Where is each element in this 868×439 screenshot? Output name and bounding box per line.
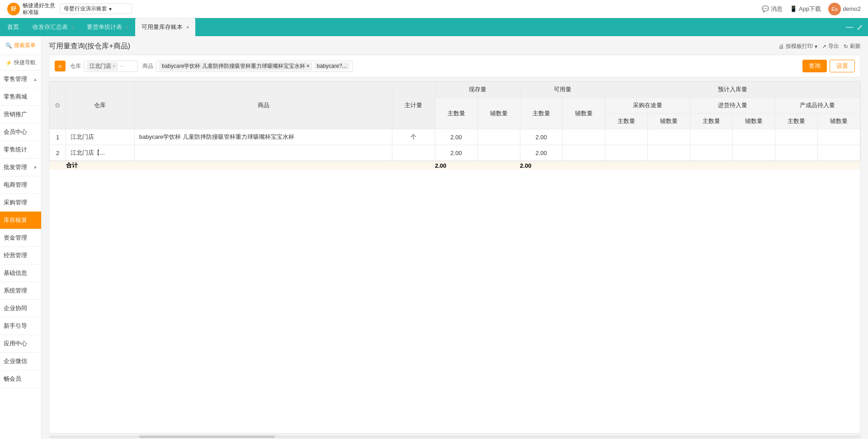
scroll-thumb[interactable] bbox=[139, 435, 275, 438]
footer-production-main bbox=[775, 161, 817, 170]
chevron-down-icon: ▾ bbox=[815, 43, 817, 50]
filter-more-dots[interactable]: ··· bbox=[120, 63, 124, 69]
sidebar-item-app-center[interactable]: 应用中心 bbox=[0, 335, 41, 353]
sidebar-item-retail-stats[interactable]: 零售统计 bbox=[0, 141, 41, 159]
content-area: 可用量查询(按仓库+商品) 🖨 按模板打印 ▾ ↗ 导出 ↻ 刷新 » bbox=[42, 36, 868, 439]
row-2-purchase-main bbox=[605, 145, 647, 161]
warehouse-label: 仓库 bbox=[70, 62, 81, 70]
footer-label: 合计 bbox=[66, 161, 435, 170]
warehouse-tag-close[interactable]: × bbox=[113, 64, 115, 69]
table-header-row-1: ⚙ 仓库 商品 主计量 现存量 可用量 预计入库量 bbox=[50, 82, 860, 98]
sidebar-item-finance[interactable]: 资金管理 bbox=[0, 229, 41, 247]
sidebar-item-ecommerce-mgmt[interactable]: 电商管理 bbox=[0, 176, 41, 194]
row-1-inbound-aux bbox=[732, 129, 775, 145]
scroll-indicator bbox=[42, 434, 868, 439]
sidebar-item-enterprise-collab[interactable]: 企业协同 bbox=[0, 300, 41, 317]
th-inbound-aux: 辅数量 bbox=[732, 113, 775, 129]
footer-purchase-main bbox=[605, 161, 647, 170]
tab-yaohuo[interactable]: 要货单统计表 × bbox=[80, 18, 135, 36]
sidebar-item-wechat-biz[interactable]: 企业微信 bbox=[0, 353, 41, 370]
product-tag-1-close[interactable]: × bbox=[307, 63, 310, 69]
sidebar-item-marketing[interactable]: 营销推广 bbox=[0, 106, 41, 123]
th-production-main: 主数量 bbox=[775, 113, 817, 129]
quick-nav-btn[interactable]: ⚡ 快捷导航 bbox=[0, 55, 41, 71]
app-download-btn[interactable]: 📱 App下载 bbox=[790, 5, 821, 13]
th-stock-aux: 辅数量 bbox=[477, 98, 520, 129]
top-bar: 好 畅捷通好生意 标准版 母婴行业演示账套 ▾ 💬 消息 📱 App下载 Ea … bbox=[0, 0, 868, 18]
product-tag-container[interactable]: babycare学饮杯 儿童防摔防撞吸管杯重力球吸嘴杯宝宝水杯 × babyca… bbox=[156, 61, 353, 72]
th-settings[interactable]: ⚙ bbox=[50, 82, 66, 129]
row-2-index: 2 bbox=[50, 145, 66, 161]
th-stock-main: 主数量 bbox=[435, 98, 477, 129]
sidebar: 🔍 搜索菜单 ⚡ 快捷导航 零售管理 ▲ 零售商城 营销推广 会员中心 零售统计… bbox=[0, 36, 42, 439]
row-2-unit bbox=[392, 145, 435, 161]
footer-empty-1 bbox=[50, 161, 66, 170]
template-print-btn[interactable]: 🖨 按模板打印 ▾ bbox=[778, 42, 817, 50]
sidebar-item-retail-mall[interactable]: 零售商城 bbox=[0, 88, 41, 106]
minus-icon[interactable]: — bbox=[846, 23, 853, 31]
th-avail-aux: 辅数量 bbox=[562, 98, 605, 129]
sidebar-item-basic-info[interactable]: 基础信息 bbox=[0, 264, 41, 282]
row-1-purchase-main bbox=[605, 129, 647, 145]
footer-stock-aux bbox=[477, 161, 520, 170]
row-2-avail-main: 2.00 bbox=[520, 145, 562, 161]
sidebar-item-inventory[interactable]: 库存核算 bbox=[0, 212, 41, 229]
tab-close-1[interactable]: × bbox=[71, 24, 74, 30]
row-1-production-aux bbox=[817, 129, 860, 145]
tab-bar: 首页 收发存汇总表 × 要货单统计表 × 可用量库存账本 × — ⤢ bbox=[0, 18, 868, 36]
table-row: 1 江北门店 babycare学饮杯 儿童防摔防撞吸管杯重力球吸嘴杯宝宝水杯 个… bbox=[50, 129, 860, 145]
row-1-inbound-main bbox=[690, 129, 732, 145]
footer-avail-aux bbox=[562, 161, 605, 170]
gear-icon[interactable]: ⚙ bbox=[55, 102, 61, 109]
main-layout: 🔍 搜索菜单 ⚡ 快捷导航 零售管理 ▲ 零售商城 营销推广 会员中心 零售统计… bbox=[0, 36, 868, 439]
row-2-stock-aux bbox=[477, 145, 520, 161]
tab-shoufa[interactable]: 收发存汇总表 × bbox=[26, 18, 80, 36]
expand-icon[interactable]: ⤢ bbox=[857, 23, 863, 32]
th-inbound-pending: 进货待入量 bbox=[690, 98, 775, 113]
store-selector[interactable]: 母婴行业演示账套 ▾ bbox=[60, 4, 132, 14]
sidebar-item-retail-mgmt[interactable]: 零售管理 ▲ bbox=[0, 71, 41, 88]
tab-actions: — ⤢ bbox=[840, 23, 868, 32]
product-tag-2: babycare?... bbox=[314, 62, 349, 70]
query-btn[interactable]: 查询 bbox=[802, 60, 827, 72]
table-wrapper: ⚙ 仓库 商品 主计量 现存量 可用量 预计入库量 主数量 辅数量 主数量 辅数… bbox=[49, 81, 861, 434]
th-unit: 主计量 bbox=[392, 82, 435, 129]
sidebar-item-operations[interactable]: 经营管理 bbox=[0, 247, 41, 264]
refresh-btn[interactable]: ↻ 刷新 bbox=[844, 42, 861, 50]
filter-expand-btn[interactable]: » bbox=[55, 61, 66, 71]
sidebar-item-member-center[interactable]: 会员中心 bbox=[0, 123, 41, 141]
sidebar-item-system-mgmt[interactable]: 系统管理 bbox=[0, 282, 41, 300]
mobile-icon: 📱 bbox=[790, 5, 797, 12]
tab-keyongliang[interactable]: 可用量库存账本 × bbox=[135, 18, 195, 36]
sidebar-search-area: 🔍 搜索菜单 bbox=[0, 36, 41, 55]
row-2-avail-aux bbox=[562, 145, 605, 161]
export-btn[interactable]: ↗ 导出 bbox=[822, 42, 839, 50]
logo-text: 畅捷通好生意 标准版 bbox=[23, 2, 55, 15]
footer-avail-main: 2.00 bbox=[520, 161, 562, 170]
footer-inbound-main bbox=[690, 161, 732, 170]
scroll-track[interactable] bbox=[49, 435, 861, 438]
th-stock: 现存量 bbox=[435, 82, 520, 98]
th-purchase-aux: 辅数量 bbox=[647, 113, 690, 129]
sidebar-item-member-vip[interactable]: 畅会员 bbox=[0, 370, 41, 388]
warehouse-tag-container[interactable]: 江北门店 × ··· bbox=[84, 61, 138, 72]
user-profile-btn[interactable]: Ea demo2 bbox=[828, 3, 861, 15]
tab-close-3[interactable]: × bbox=[186, 24, 189, 30]
settings-btn[interactable]: 设置 bbox=[830, 60, 855, 72]
search-menu-btn[interactable]: 🔍 搜索菜单 bbox=[4, 40, 38, 51]
footer-stock-main: 2.00 bbox=[435, 161, 477, 170]
row-2-stock-main: 2.00 bbox=[435, 145, 477, 161]
row-1-warehouse: 江北门店 bbox=[66, 129, 135, 145]
tab-home[interactable]: 首页 bbox=[0, 18, 26, 36]
sidebar-item-wholesale-mgmt[interactable]: 批发管理 ▼ bbox=[0, 159, 41, 176]
sidebar-item-purchase-mgmt[interactable]: 采购管理 bbox=[0, 194, 41, 212]
page-header: 可用量查询(按仓库+商品) 🖨 按模板打印 ▾ ↗ 导出 ↻ 刷新 bbox=[42, 36, 868, 55]
sidebar-item-newcomer-guide[interactable]: 新手引导 bbox=[0, 317, 41, 335]
message-btn[interactable]: 💬 消息 bbox=[762, 5, 783, 13]
search-icon: 🔍 bbox=[5, 42, 12, 49]
chevron-down-icon: ▼ bbox=[33, 165, 38, 170]
refresh-icon: ↻ bbox=[844, 43, 848, 50]
tab-close-2[interactable]: × bbox=[126, 24, 128, 30]
row-1-production-main bbox=[775, 129, 817, 145]
row-1-avail-aux bbox=[562, 129, 605, 145]
